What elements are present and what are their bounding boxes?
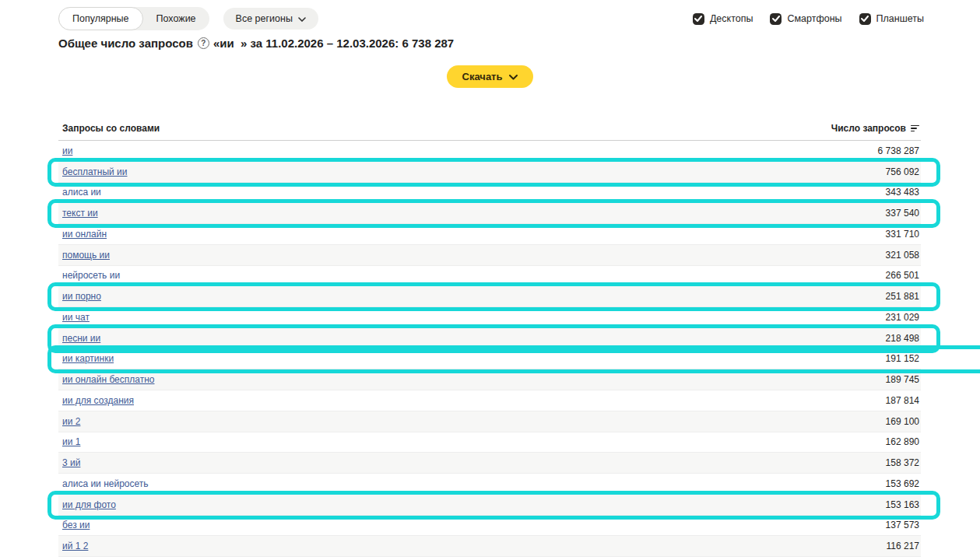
region-filter-dropdown[interactable]: Все регионы [223, 8, 318, 30]
query-link[interactable]: ии порно [62, 291, 101, 302]
summary-period: за 11.02.2026 – 12.03.2026: [247, 37, 402, 50]
query-count: 162 890 [886, 436, 919, 447]
query-link[interactable]: ии чат [62, 312, 90, 323]
table-row: текст ии 337 540 [58, 203, 921, 224]
table-row: ии для фото 153 163 [58, 495, 921, 516]
query-link[interactable]: алиса ии нейросеть [62, 478, 149, 489]
query-link[interactable]: помощь ии [62, 250, 110, 261]
query-link[interactable]: алиса ии [62, 187, 101, 198]
table-row: ий 1 2 116 217 [58, 536, 921, 557]
table-row: 3 ий 158 372 [58, 453, 921, 474]
table-row: песни ии 218 498 [58, 328, 921, 349]
checkbox-desktops[interactable]: Десктопы [693, 13, 753, 25]
query-count: 343 483 [886, 187, 919, 198]
column-header-queries: Запросы со словами [62, 123, 160, 134]
table-row: нейросеть ии 266 501 [58, 266, 921, 287]
tab-similar[interactable]: Похожие [143, 8, 209, 30]
checkbox-smartphones-label: Смартфоны [787, 13, 841, 24]
query-link[interactable]: ии онлайн [62, 229, 107, 240]
checkbox-smartphones[interactable]: Смартфоны [770, 13, 841, 25]
summary-total: 6 738 287 [402, 37, 454, 50]
query-count: 189 745 [886, 374, 919, 385]
query-link[interactable]: 3 ий [62, 457, 80, 468]
query-link[interactable]: ии онлайн бесплатно [62, 374, 155, 385]
table-row: ии 2 169 100 [58, 411, 921, 432]
query-count: 116 217 [887, 541, 920, 551]
table-row: помощь ии 321 058 [58, 245, 921, 266]
summary-query: «ии » [213, 37, 247, 50]
query-count: 187 814 [886, 395, 919, 406]
column-header-count[interactable]: Число запросов [831, 123, 919, 134]
filter-bar: Популярные Похожие Все регионы Десктопы … [58, 6, 924, 31]
device-filters: Десктопы Смартфоны Планшеты [693, 13, 924, 25]
query-count: 266 501 [886, 270, 919, 281]
table-row: алиса ии нейросеть 153 692 [58, 474, 921, 495]
sort-icon [911, 125, 919, 132]
table-row: без ии 137 573 [58, 516, 921, 537]
query-count: 153 163 [886, 499, 919, 510]
query-link[interactable]: песни ии [62, 333, 100, 344]
query-link[interactable]: бесплатный ии [62, 166, 128, 177]
query-link[interactable]: ий 1 2 [62, 541, 88, 551]
column-header-count-label: Число запросов [831, 123, 906, 134]
table-row: ии онлайн 331 710 [58, 224, 921, 245]
region-filter-label: Все регионы [236, 13, 293, 24]
query-count: 756 092 [886, 166, 919, 177]
table-row: ии для создания 187 814 [58, 390, 921, 411]
query-count: 251 881 [886, 291, 919, 302]
checkbox-checked-icon [770, 13, 782, 25]
table-row: ии порно 251 881 [58, 286, 921, 307]
table-row: ии онлайн бесплатно 189 745 [58, 369, 921, 390]
query-count: 153 692 [886, 478, 919, 489]
table-row: ии 6 738 287 [58, 141, 921, 162]
table-row: ии чат 231 029 [58, 307, 921, 328]
wordstat-page: Популярные Похожие Все регионы Десктопы … [0, 0, 980, 560]
query-count: 331 710 [886, 229, 919, 240]
query-count: 6 738 287 [878, 145, 919, 156]
query-link[interactable]: без ии [62, 520, 90, 530]
download-button-label: Скачать [462, 71, 503, 82]
query-count: 218 498 [886, 333, 919, 344]
table-row: алиса ии 343 483 [58, 183, 921, 204]
query-link[interactable]: ии 2 [62, 416, 80, 427]
query-link[interactable]: ии 1 [62, 436, 80, 447]
help-icon[interactable]: ? [198, 37, 209, 49]
checkbox-tablets-label: Планшеты [876, 13, 924, 24]
table-row: ии картинки 191 152 [58, 349, 921, 370]
chevron-down-icon [509, 71, 518, 82]
query-count: 337 540 [886, 208, 919, 219]
query-count: 231 029 [886, 312, 919, 323]
checkbox-checked-icon [693, 13, 704, 25]
download-button[interactable]: Скачать [447, 65, 534, 88]
query-count: 158 372 [886, 457, 919, 468]
table-body: ии 6 738 287 бесплатный ии 756 092 алиса… [58, 141, 921, 557]
query-link[interactable]: текст ии [62, 208, 98, 219]
checkbox-desktops-label: Десктопы [710, 13, 753, 24]
total-requests-summary: Общее число запросов ? «ии » за 11.02.20… [58, 37, 454, 50]
query-count: 321 058 [886, 250, 919, 261]
table-row: бесплатный ии 756 092 [58, 162, 921, 183]
chevron-down-icon [298, 13, 306, 24]
query-count: 169 100 [886, 416, 919, 427]
query-link[interactable]: ии [62, 145, 72, 156]
queries-table: Запросы со словами Число запросов ии 6 7… [58, 123, 921, 557]
query-link[interactable]: нейросеть ии [62, 270, 120, 281]
query-count: 137 573 [886, 520, 919, 530]
query-count: 191 152 [886, 353, 919, 364]
tab-group: Популярные Похожие [58, 7, 209, 30]
tab-popular[interactable]: Популярные [58, 7, 143, 30]
checkbox-checked-icon [859, 13, 871, 25]
query-link[interactable]: ии картинки [62, 353, 114, 364]
table-header: Запросы со словами Число запросов [58, 123, 921, 141]
query-link[interactable]: ии для создания [62, 395, 134, 406]
summary-prefix: Общее число запросов [58, 37, 193, 50]
query-link[interactable]: ии для фото [62, 499, 116, 510]
checkbox-tablets[interactable]: Планшеты [859, 13, 924, 25]
table-row: ии 1 162 890 [58, 432, 921, 453]
download-button-area: Скачать [0, 65, 980, 88]
